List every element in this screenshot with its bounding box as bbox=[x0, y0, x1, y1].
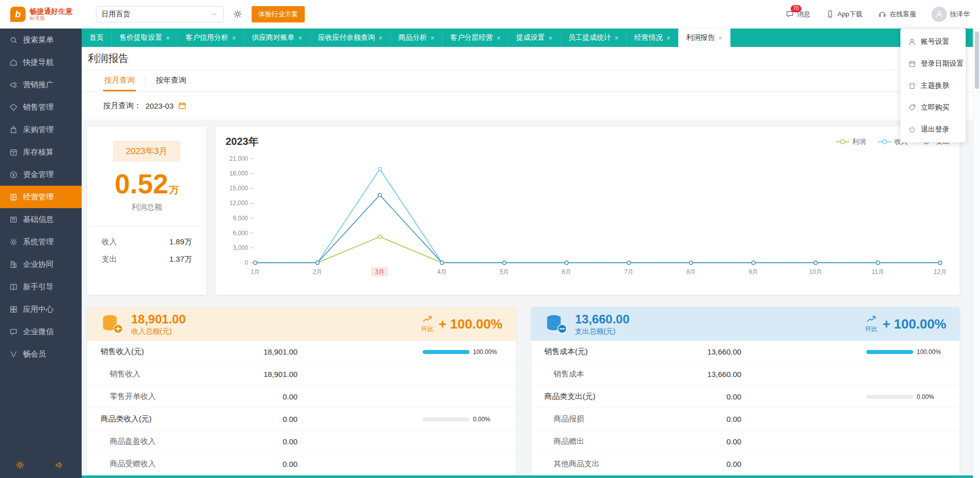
sidebar-item-4[interactable]: 采购管理 bbox=[0, 118, 82, 141]
sidebar-item-7[interactable]: 经营管理 bbox=[0, 186, 82, 208]
close-icon[interactable]: × bbox=[166, 34, 170, 42]
sidebar-item-6[interactable]: 资金管理 bbox=[0, 163, 82, 186]
close-icon[interactable]: × bbox=[430, 34, 434, 42]
svg-text:6,000: 6,000 bbox=[233, 230, 248, 237]
sidebar-item-label: 经营管理 bbox=[23, 192, 54, 202]
tab-label: 供应商对账单 bbox=[252, 33, 295, 42]
tab-label: 商品分析 bbox=[398, 33, 427, 42]
row-value: 13,660.00 bbox=[665, 370, 742, 379]
month-picker[interactable]: 按月查询： 2023-03 bbox=[103, 101, 187, 111]
tab-6[interactable]: 客户分层经营× bbox=[443, 29, 509, 47]
sidebar-item-5[interactable]: 库存核算 bbox=[0, 141, 82, 163]
tab-label: 首页 bbox=[89, 33, 104, 42]
calendar-icon bbox=[908, 60, 916, 68]
tab-4[interactable]: 应收应付余额查询× bbox=[310, 29, 391, 47]
sidebar-footer bbox=[0, 451, 82, 478]
phone-icon bbox=[826, 10, 835, 18]
legend-item-0[interactable]: 利润 bbox=[836, 137, 866, 146]
close-icon[interactable]: × bbox=[232, 34, 236, 42]
table-row: 销售收入(元)18,901.00100.00% bbox=[87, 341, 516, 363]
chart-canvas: 03,0006,0009,00012,00015,00018,00021,000… bbox=[226, 152, 949, 280]
user-menu-item-0[interactable]: 账号设置 bbox=[900, 31, 966, 53]
svg-text:7月: 7月 bbox=[624, 268, 634, 275]
close-icon[interactable]: × bbox=[497, 34, 501, 42]
user-menu-item-1[interactable]: 登录日期设置 bbox=[900, 53, 966, 74]
table-row: 商品类收入(元)0.000.00% bbox=[87, 408, 516, 431]
sidebar-item-10[interactable]: 企业协同 bbox=[0, 253, 82, 275]
table-row: 商品报损0.00 bbox=[531, 408, 960, 431]
scrollbar-thumb[interactable] bbox=[975, 32, 979, 89]
svg-text:15,000: 15,000 bbox=[229, 185, 248, 192]
tab-label: 员工提成统计 bbox=[568, 33, 611, 42]
close-icon[interactable]: × bbox=[298, 34, 302, 42]
tab-0[interactable]: 首页 bbox=[82, 29, 112, 47]
trend-up-icon bbox=[865, 314, 877, 324]
table-row: 销售成本13,660.00 bbox=[531, 363, 960, 386]
page-title: 利润报告 bbox=[88, 52, 129, 65]
table-row: 零售开单收入0.00 bbox=[87, 386, 516, 408]
row-value: 18,901.00 bbox=[221, 347, 298, 356]
tab-10[interactable]: 利润报告× bbox=[678, 29, 730, 47]
profit-summary-card: 2023年3月 0.52 万 利润总额 收入1.89万支出1.37万 bbox=[87, 127, 206, 295]
close-icon[interactable]: × bbox=[718, 34, 722, 42]
app-download-button[interactable]: App下载 bbox=[826, 10, 863, 19]
business-icon bbox=[9, 193, 18, 202]
svg-text:9月: 9月 bbox=[749, 268, 758, 275]
settings-gear-icon[interactable] bbox=[15, 460, 25, 470]
close-icon[interactable]: × bbox=[615, 34, 619, 42]
tab-8[interactable]: 员工提成统计× bbox=[560, 29, 627, 47]
app-logo: b 畅捷通好生意 标准版 bbox=[10, 7, 87, 22]
sidebar-item-11[interactable]: 新手引导 bbox=[0, 275, 82, 298]
summary-rows: 收入1.89万支出1.37万 bbox=[87, 225, 206, 268]
app-download-label: App下载 bbox=[838, 10, 863, 19]
sidebar-item-label: 企业微信 bbox=[23, 327, 54, 337]
search-icon bbox=[9, 36, 18, 44]
sidebar-item-3[interactable]: 销售管理 bbox=[0, 96, 82, 118]
svg-text:5月: 5月 bbox=[500, 268, 509, 275]
tab-5[interactable]: 商品分析× bbox=[390, 29, 443, 47]
close-icon[interactable]: × bbox=[379, 34, 383, 42]
expense-trend-value: + 100.00% bbox=[883, 316, 946, 332]
messages-button[interactable]: 70 消息 bbox=[786, 10, 811, 19]
sidebar-item-label: 资金管理 bbox=[23, 170, 54, 180]
chevron-down-icon bbox=[211, 11, 218, 18]
tab-9[interactable]: 经营情况× bbox=[627, 29, 679, 47]
close-icon[interactable]: × bbox=[667, 34, 671, 42]
gear-icon[interactable] bbox=[233, 9, 242, 19]
expense-trend: 环比 + 100.00% bbox=[865, 314, 946, 334]
sidebar-item-13[interactable]: 企业微信 bbox=[0, 320, 82, 343]
sidebar-item-14[interactable]: 畅会员 bbox=[0, 343, 82, 365]
sidebar-item-0[interactable]: 搜索菜单 bbox=[0, 29, 82, 51]
sidebar-item-12[interactable]: 应用中心 bbox=[0, 298, 82, 320]
user-menu-item-2[interactable]: 主题换肤 bbox=[900, 74, 966, 96]
speaker-icon[interactable] bbox=[55, 460, 64, 470]
sidebar-item-9[interactable]: 系统管理 bbox=[0, 231, 82, 253]
sidebar-item-1[interactable]: 快捷导航 bbox=[0, 51, 82, 73]
member-icon bbox=[9, 350, 18, 359]
sidebar-item-2[interactable]: 营销推广 bbox=[0, 73, 82, 96]
profit-unit: 万 bbox=[169, 184, 179, 197]
tab-label: 经营情况 bbox=[634, 33, 663, 42]
sidebar-item-label: 企业协同 bbox=[23, 260, 54, 269]
query-tab-1[interactable]: 按年查询 bbox=[155, 70, 187, 91]
svg-text:12月: 12月 bbox=[934, 268, 946, 275]
sidebar-item-8[interactable]: 基础信息 bbox=[0, 208, 82, 231]
online-service-button[interactable]: 在线客服 bbox=[878, 10, 916, 19]
close-icon[interactable]: × bbox=[549, 34, 553, 42]
user-menu-item-4[interactable]: 退出登录 bbox=[900, 118, 966, 140]
tab-2[interactable]: 客户信用分析× bbox=[178, 29, 244, 47]
message-count-badge: 70 bbox=[791, 5, 801, 12]
sidebar-item-label: 采购管理 bbox=[23, 125, 54, 135]
promo-icon bbox=[9, 81, 18, 89]
query-tab-0[interactable]: 按月查询 bbox=[103, 70, 136, 91]
sidebar-item-label: 畅会员 bbox=[23, 349, 46, 359]
sidebar-item-label: 销售管理 bbox=[23, 103, 54, 112]
trial-solution-button[interactable]: 体验行业方案 bbox=[252, 6, 305, 22]
home-icon bbox=[9, 58, 18, 67]
user-menu-item-3[interactable]: 立即购买 bbox=[900, 96, 966, 118]
company-selector[interactable]: 日用百货 bbox=[96, 6, 224, 22]
tab-7[interactable]: 提成设置× bbox=[509, 29, 561, 47]
tab-1[interactable]: 售价提取设置× bbox=[112, 29, 178, 47]
user-button[interactable]: 徐泽华 bbox=[932, 7, 970, 22]
tab-3[interactable]: 供应商对账单× bbox=[244, 29, 310, 47]
